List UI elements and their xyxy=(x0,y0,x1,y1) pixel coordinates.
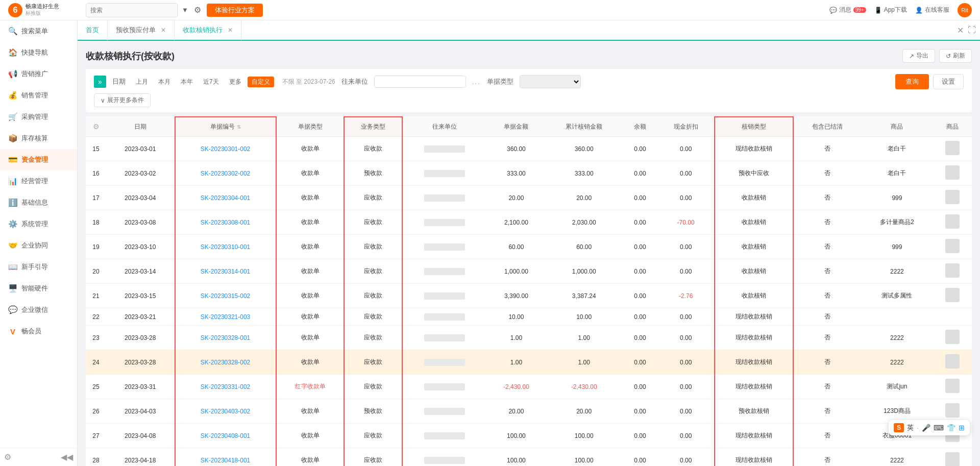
voucher-link[interactable]: SK-20230315-002 xyxy=(201,292,250,300)
voucher-link[interactable]: SK-20230308-001 xyxy=(201,219,250,226)
col-header-balance: 余额 xyxy=(623,117,658,137)
voucher-sort-icon[interactable]: ⇅ xyxy=(237,124,241,130)
sidebar-item-enterprise[interactable]: 🤝 企业协同 xyxy=(0,235,77,256)
col-header-goods: 商品 xyxy=(861,117,934,137)
float-item-keyboard[interactable]: ⌨ xyxy=(934,424,944,432)
cell-date: 2023-04-18 xyxy=(106,448,175,467)
filter-expand-btn[interactable]: » xyxy=(94,76,106,88)
refresh-btn[interactable]: ↺ 刷新 xyxy=(939,49,972,63)
sidebar-item-marketing[interactable]: 📢 营销推广 xyxy=(0,63,77,85)
cell-balance: 0.00 xyxy=(623,350,658,375)
sidebar-item-purchase[interactable]: 🛒 采购管理 xyxy=(0,106,77,128)
cell-discount: 0.00 xyxy=(657,326,715,350)
col-header-discount: 现金折扣 xyxy=(657,117,715,137)
cell-biz-type: 应收款 xyxy=(344,326,402,350)
voucher-link[interactable]: SK-20230408-001 xyxy=(201,432,250,439)
filter-dots[interactable]: ... xyxy=(472,78,481,86)
cell-goods: 多计量商品2 xyxy=(861,210,934,235)
cell-balance: 0.00 xyxy=(623,235,658,259)
last7-btn[interactable]: 近7天 xyxy=(199,77,223,87)
float-item-1[interactable]: 英 xyxy=(907,423,914,432)
partner-filter-input[interactable] xyxy=(374,76,466,88)
tab-prepay[interactable]: 预收预应付单 ✕ xyxy=(108,20,175,40)
sidebar-item-hardware[interactable]: 🖥️ 智能硬件 xyxy=(0,278,77,299)
tab-close-all-icon[interactable]: ✕ xyxy=(957,26,964,35)
expand-more-btn[interactable]: ∨ 展开更多条件 xyxy=(94,93,151,107)
sidebar-item-capital[interactable]: 💳 资金管理 xyxy=(0,149,77,170)
app-download-item[interactable]: 📱 App下载 xyxy=(874,6,907,14)
cell-partner xyxy=(402,424,487,448)
custom-date-btn[interactable]: 自定义 xyxy=(248,77,274,87)
app-icon: 📱 xyxy=(874,7,882,14)
sidebar-item-quicknav[interactable]: 🏠 快捷导航 xyxy=(0,42,77,63)
sidebar-item-inventory[interactable]: 📦 库存核算 xyxy=(0,128,77,149)
float-item-grid[interactable]: ⊞ xyxy=(959,424,965,432)
voucher-link[interactable]: SK-20230314-001 xyxy=(201,268,250,275)
cell-include-settled: 否 xyxy=(793,284,861,308)
cell-goods: 测试多属性 xyxy=(861,284,934,308)
cell-voucher-type: 收款单 xyxy=(276,137,345,161)
sidebar-item-system[interactable]: ⚙️ 系统管理 xyxy=(0,213,77,235)
voucher-link[interactable]: SK-20230328-001 xyxy=(201,334,250,341)
online-service-item[interactable]: 👤 在线客服 xyxy=(915,6,949,14)
this-year-btn[interactable]: 本年 xyxy=(177,77,197,87)
cell-cancel-type: 收款核销 xyxy=(715,235,793,259)
last-month-btn[interactable]: 上月 xyxy=(132,77,152,87)
voucher-link[interactable]: SK-20230331-002 xyxy=(201,383,250,390)
cell-amount: 1,000.00 xyxy=(487,259,546,284)
col-header-gear[interactable]: ⚙ xyxy=(86,117,106,137)
sidebar-item-wechat[interactable]: 💬 企业微信 xyxy=(0,299,77,321)
tab-prepay-close-icon[interactable]: ✕ xyxy=(161,27,166,34)
tab-collection[interactable]: 收款核销执行 ✕ xyxy=(175,20,241,41)
cell-amount: 333.00 xyxy=(487,161,546,186)
this-month-btn[interactable]: 本月 xyxy=(154,77,175,87)
voucher-link[interactable]: SK-20230321-003 xyxy=(201,313,250,321)
top-dropdown-btn[interactable]: ▼ xyxy=(182,6,188,14)
tab-home[interactable]: 首页 xyxy=(78,20,108,40)
voucher-link[interactable]: SK-20230302-002 xyxy=(201,170,250,177)
tab-maximize-icon[interactable]: ⛶ xyxy=(968,26,976,35)
sidebar-item-basic[interactable]: ℹ️ 基础信息 xyxy=(0,192,77,213)
voucher-link[interactable]: SK-20230403-002 xyxy=(201,408,250,415)
tab-collection-close-icon[interactable]: ✕ xyxy=(228,27,233,34)
sidebar-settings-icon[interactable]: ⚙ xyxy=(4,452,11,462)
sidebar-item-guide[interactable]: 📖 新手引导 xyxy=(0,256,77,278)
cell-voucher-no: SK-20230308-001 xyxy=(175,210,276,235)
voucher-type-select[interactable] xyxy=(520,75,581,88)
sidebar-item-member[interactable]: V 畅会员 xyxy=(0,321,77,342)
cell-cancel-type: 现结收款核销 xyxy=(715,375,793,399)
cell-date: 2023-03-02 xyxy=(106,161,175,186)
settings-btn[interactable]: 设置 xyxy=(933,74,964,89)
col-header-amount: 单据金额 xyxy=(487,117,546,137)
float-item-shirt[interactable]: 👕 xyxy=(947,424,955,432)
cell-no: 15 xyxy=(86,137,106,161)
tab-collection-label: 收款核销执行 xyxy=(183,26,223,35)
more-dates-btn[interactable]: 更多 xyxy=(225,77,246,87)
table-section: ⚙ 日期 单据编号⇅ 单据类型 业务类型 往来单位 单据金额 累计核销金额 余额 xyxy=(86,116,972,466)
table-scroll[interactable]: ⚙ 日期 单据编号⇅ 单据类型 业务类型 往来单位 单据金额 累计核销金额 余额 xyxy=(86,116,972,466)
partner-blurred xyxy=(424,359,465,366)
sidebar-item-operations[interactable]: 📊 经营管理 xyxy=(0,170,77,192)
col-gear-icon[interactable]: ⚙ xyxy=(93,122,100,131)
sidebar-item-sales[interactable]: 💰 销售管理 xyxy=(0,85,77,106)
sidebar-collapse-icon[interactable]: ◀◀ xyxy=(61,452,73,462)
col-header-include-settled: 包含已结清 xyxy=(793,117,861,137)
user-avatar[interactable]: Rit xyxy=(958,3,972,17)
cell-voucher-no: SK-20230304-001 xyxy=(175,186,276,210)
sidebar-item-label-marketing: 营销推广 xyxy=(21,69,48,79)
cell-discount: 0.00 xyxy=(657,259,715,284)
industry-btn[interactable]: 体验行业方案 xyxy=(207,4,263,17)
float-item-mic[interactable]: 🎤 xyxy=(922,424,930,432)
query-btn[interactable]: 查询 xyxy=(895,74,929,89)
export-btn[interactable]: ↗ 导出 xyxy=(902,49,935,63)
cell-biz-type: 应收款 xyxy=(344,259,402,284)
voucher-link[interactable]: SK-20230328-002 xyxy=(201,359,250,366)
voucher-link[interactable]: SK-20230418-001 xyxy=(201,457,250,464)
voucher-link[interactable]: SK-20230304-001 xyxy=(201,194,250,202)
sidebar-item-search[interactable]: 🔍 搜索菜单 xyxy=(0,20,77,42)
voucher-link[interactable]: SK-20230301-002 xyxy=(201,145,250,153)
voucher-link[interactable]: SK-20230310-001 xyxy=(201,243,250,251)
messages-icon-item[interactable]: 💬 消息 99+ xyxy=(829,6,866,14)
settings-gear-icon[interactable]: ⚙ xyxy=(192,5,203,15)
top-search-input[interactable] xyxy=(86,3,178,17)
